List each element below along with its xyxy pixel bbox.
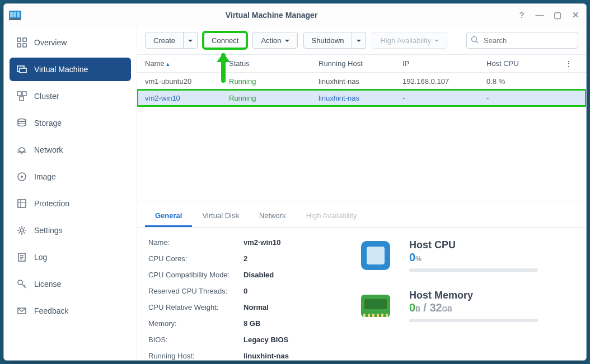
caret-down-icon [434, 36, 439, 45]
prop-value: linuxhint-nas [244, 352, 338, 360]
sidebar-item-label: Image [34, 172, 56, 181]
envelope-icon [16, 305, 27, 316]
svg-rect-29 [368, 314, 370, 317]
prop-label: Reserved CPU Threads: [148, 287, 244, 295]
svg-rect-12 [22, 92, 26, 96]
search-input[interactable] [466, 32, 578, 49]
tab-network[interactable]: Network [249, 206, 296, 227]
cell-cpu: - [486, 94, 565, 102]
table-row[interactable]: vm2-win10 Running linuxhint-nas - - [137, 89, 586, 106]
mem-used-value: 0 [409, 301, 415, 314]
col-status[interactable]: Status [229, 59, 319, 68]
sidebar-item-settings[interactable]: Settings [10, 219, 131, 242]
sidebar-item-network[interactable]: Network [10, 138, 131, 162]
svg-rect-10 [20, 68, 26, 73]
action-button[interactable]: Action [252, 32, 297, 49]
metric-title: Host CPU [409, 239, 538, 251]
tab-virtual-disk[interactable]: Virtual Disk [192, 206, 249, 227]
prop-label: BIOS: [148, 335, 244, 344]
sidebar-item-label: Overview [34, 38, 67, 47]
log-icon [16, 252, 27, 263]
sidebar-item-image[interactable]: Image [10, 165, 131, 188]
memory-icon [358, 288, 394, 324]
maximize-icon[interactable]: ▢ [551, 9, 564, 21]
key-icon [16, 278, 27, 290]
prop-value: 0 [244, 287, 338, 295]
search-wrapper [466, 32, 578, 49]
caret-down-icon [357, 36, 361, 45]
detail-tabs: General Virtual Disk Network High Availa… [137, 201, 586, 228]
tab-general[interactable]: General [145, 206, 192, 227]
button-label: Action [261, 36, 281, 45]
col-cpu[interactable]: Host CPU [486, 59, 565, 68]
svg-rect-6 [23, 38, 26, 41]
search-icon [471, 36, 479, 45]
col-name[interactable]: Name [145, 59, 229, 68]
prop-value: Normal [244, 303, 338, 311]
cluster-icon [16, 91, 27, 102]
details-panel: General Virtual Disk Network High Availa… [137, 201, 586, 360]
high-availability-button: High Availability [372, 32, 447, 49]
details-properties[interactable]: Name:vm2-win10 CPU Cores:2 CPU Compatibi… [137, 228, 350, 360]
details-metrics: Host CPU 0% [350, 228, 586, 360]
button-label: High Availability [380, 36, 431, 45]
sidebar-item-cluster[interactable]: Cluster [10, 84, 131, 108]
window-body: Overview Virtual Machine Cluster Storage [4, 26, 586, 360]
prop-label: Memory: [148, 319, 244, 328]
sidebar-item-label: Settings [34, 226, 63, 235]
sidebar-item-storage[interactable]: Storage [10, 111, 131, 135]
window-controls: ? — ▢ ✕ [516, 9, 582, 21]
connect-button[interactable]: Connect [203, 32, 247, 49]
app-icon [8, 9, 22, 21]
prop-value: Disabled [244, 271, 338, 279]
table-row[interactable]: vm1-ubuntu20 Running linuxhint-nas 192.1… [137, 73, 586, 89]
sidebar-item-overview[interactable]: Overview [10, 31, 131, 54]
shutdown-dropdown-caret[interactable] [352, 32, 366, 49]
svg-rect-30 [372, 314, 374, 317]
create-button-group: Create [145, 32, 198, 49]
sidebar-item-log[interactable]: Log [10, 245, 131, 269]
create-button[interactable]: Create [145, 32, 184, 49]
metric-cpu: Host CPU 0% [358, 238, 578, 273]
prop-label: Running Host: [148, 352, 244, 360]
create-dropdown-caret[interactable] [184, 32, 198, 49]
caret-down-icon [188, 36, 193, 45]
table-header: Name Status Running Host IP Host CPU ⋮ [137, 55, 586, 73]
metric-value: 0 [409, 251, 415, 263]
prop-value: 2 [244, 254, 338, 263]
sidebar-item-virtual-machine[interactable]: Virtual Machine [10, 58, 131, 81]
sidebar: Overview Virtual Machine Cluster Storage [4, 26, 137, 360]
sidebar-item-label: Log [34, 253, 47, 262]
metric-unit: % [415, 255, 422, 263]
prop-value: 8 GB [244, 319, 338, 328]
prop-value: Legacy BIOS [244, 335, 338, 344]
cell-ip: 192.168.0.107 [402, 77, 486, 86]
close-icon[interactable]: ✕ [569, 9, 582, 21]
svg-rect-3 [17, 12, 20, 17]
cell-status: Running [229, 94, 319, 102]
cell-name: vm1-ubuntu20 [145, 77, 229, 86]
mem-total-value: 32 [429, 301, 442, 314]
minimize-icon[interactable]: — [533, 9, 546, 21]
svg-rect-4 [9, 18, 21, 20]
mem-used-unit: B [415, 305, 420, 313]
svg-rect-1 [10, 12, 13, 17]
sidebar-item-license[interactable]: License [10, 272, 131, 296]
svg-rect-13 [20, 97, 24, 101]
svg-rect-27 [364, 299, 387, 309]
svg-rect-11 [17, 92, 21, 96]
protection-icon [16, 198, 27, 209]
sidebar-item-feedback[interactable]: Feedback [10, 299, 131, 323]
gear-icon [16, 225, 27, 236]
col-more-icon[interactable]: ⋮ [565, 59, 578, 68]
cell-host: linuxhint-nas [319, 94, 402, 102]
svg-rect-18 [18, 200, 26, 207]
metric-title: Host Memory [409, 290, 538, 301]
help-icon[interactable]: ? [516, 9, 528, 21]
col-ip[interactable]: IP [402, 59, 486, 68]
col-host[interactable]: Running Host [319, 59, 402, 68]
prop-label: CPU Relative Weight: [148, 303, 244, 311]
cell-status: Running [229, 77, 319, 86]
sidebar-item-protection[interactable]: Protection [10, 192, 131, 215]
shutdown-button[interactable]: Shutdown [303, 32, 353, 49]
